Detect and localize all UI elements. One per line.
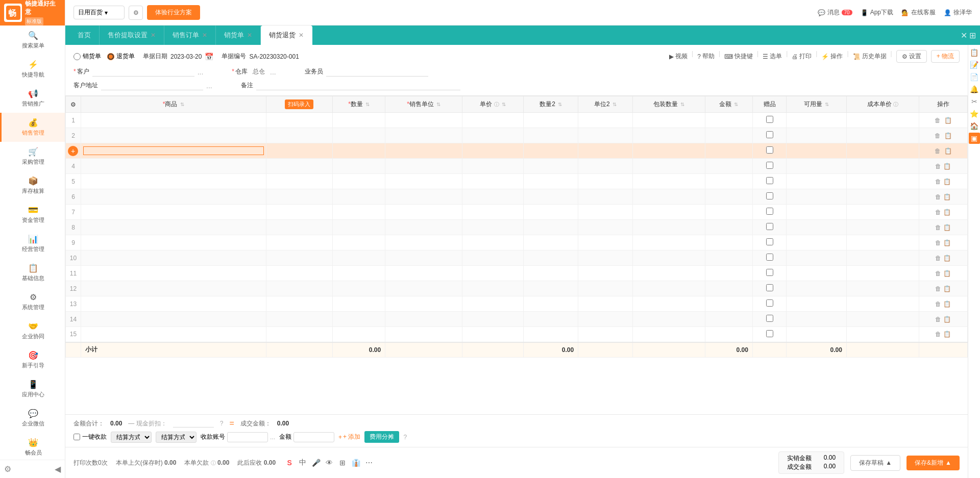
calc-select[interactable]: 结算方式: [156, 432, 197, 443]
sort-product[interactable]: ⇅: [180, 102, 184, 107]
radio-sales-input[interactable]: [74, 53, 81, 60]
scan-btn[interactable]: 扫码录入: [285, 99, 313, 109]
question2-icon[interactable]: ?: [403, 434, 407, 441]
note-input[interactable]: [256, 81, 460, 90]
copy-row-12[interactable]: 📋: [943, 285, 951, 292]
right-sidebar-btn-6[interactable]: ⭐: [969, 108, 980, 119]
account-input[interactable]: [227, 432, 268, 442]
sort-price[interactable]: ⇅: [502, 102, 506, 107]
delete-row-8[interactable]: 🗑: [935, 224, 941, 231]
sidebar-item-basic[interactable]: 📋 基础信息: [0, 258, 65, 287]
gift-checkbox-7[interactable]: [766, 208, 773, 215]
gift-checkbox-14[interactable]: [766, 315, 773, 322]
col-gear[interactable]: ⚙: [66, 96, 81, 113]
sort-pack[interactable]: ⇅: [680, 102, 684, 107]
customer-address-input[interactable]: [101, 81, 203, 90]
gift-checkbox-1[interactable]: [766, 116, 773, 123]
gift-checkbox-3[interactable]: [766, 146, 773, 154]
delete-row-1[interactable]: 🗑: [935, 117, 941, 124]
experience-btn[interactable]: 体验行业方案: [147, 5, 200, 20]
calendar-icon[interactable]: 📅: [205, 53, 213, 61]
question-icon[interactable]: ?: [220, 420, 224, 427]
toolbar-shortcut[interactable]: ⌨ 快捷键: [724, 50, 753, 63]
sort-unit2[interactable]: ⇅: [612, 102, 617, 107]
sidebar-item-apps[interactable]: 📱 应用中心: [0, 374, 65, 404]
toolbar-operate[interactable]: ⚡ 操作: [821, 50, 843, 63]
delete-row-2[interactable]: 🗑: [935, 132, 941, 139]
copy-row-2[interactable]: 📋: [944, 132, 952, 139]
department-select[interactable]: 日用百货 ▾: [74, 6, 125, 19]
copy-row-5[interactable]: 📋: [943, 178, 951, 185]
toolbar-help[interactable]: ? 帮助: [697, 50, 715, 63]
gift-checkbox-15[interactable]: [766, 330, 773, 337]
copy-row-14[interactable]: 📋: [943, 316, 951, 323]
delete-row-12[interactable]: 🗑: [935, 285, 941, 292]
tab-close-return[interactable]: ✕: [299, 32, 304, 39]
radio-return[interactable]: 退货单: [107, 52, 135, 61]
delete-row-9[interactable]: 🗑: [935, 239, 941, 246]
sort-available[interactable]: ⇅: [825, 102, 829, 107]
tab-price-setting[interactable]: 售价提取设置 ✕: [100, 26, 164, 45]
add-payment-btn[interactable]: + + 添加: [338, 433, 360, 441]
toolbar-select[interactable]: ☰ 选单: [763, 50, 782, 63]
settlement-select[interactable]: 结算方式: [111, 432, 152, 443]
right-sidebar-btn-2[interactable]: 📝: [969, 59, 980, 70]
copy-row-1[interactable]: 📋: [944, 117, 952, 124]
toolbar-video[interactable]: ▶ 视频: [669, 50, 688, 63]
delete-row-6[interactable]: 🗑: [935, 193, 941, 200]
tab-home[interactable]: 首页: [69, 26, 100, 45]
tab-close-btn[interactable]: ✕: [961, 31, 967, 40]
save-new-btn[interactable]: 保存&新增 ▲: [906, 456, 960, 470]
sidebar-item-enterprise[interactable]: 🤝 企业协同: [0, 316, 65, 345]
sidebar-item-inventory[interactable]: 📦 库存核算: [0, 171, 65, 200]
sort-qty2[interactable]: ⇅: [558, 102, 562, 107]
warehouse-select-btn[interactable]: ...: [270, 68, 276, 76]
salesperson-input[interactable]: [326, 67, 428, 77]
sidebar-item-marketing[interactable]: 📢 营销推广: [0, 84, 65, 113]
right-sidebar-btn-1[interactable]: 📋: [969, 47, 980, 58]
online-service-btn[interactable]: 💁 在线客服: [901, 8, 936, 17]
gift-checkbox-4[interactable]: [766, 162, 773, 169]
tab-sales-delivery[interactable]: 销货单 ✕: [216, 26, 261, 45]
copy-row-13[interactable]: 📋: [943, 300, 951, 308]
sort-unit[interactable]: ⇅: [436, 102, 440, 107]
account-select-btn[interactable]: ...: [270, 434, 275, 441]
tab-close-delivery[interactable]: ✕: [247, 32, 252, 39]
gift-checkbox-13[interactable]: [766, 299, 773, 307]
product-input-3[interactable]: [83, 146, 264, 155]
copy-row-15[interactable]: 📋: [943, 331, 951, 338]
sidebar-item-sales[interactable]: 💰 销售管理: [0, 113, 65, 142]
right-sidebar-btn-3[interactable]: 📄: [969, 71, 980, 83]
sidebar-item-search[interactable]: 🔍 搜索菜单: [0, 26, 65, 55]
app-download-btn[interactable]: 📱 App下载: [861, 8, 893, 17]
sort-qty[interactable]: ⇅: [365, 102, 370, 107]
gift-checkbox-9[interactable]: [766, 238, 773, 245]
payment-amount-input[interactable]: [293, 432, 334, 442]
settings-bottom-btn[interactable]: ⚙: [4, 464, 11, 474]
copy-row-11[interactable]: 📋: [943, 270, 951, 277]
add-row-btn[interactable]: +: [68, 146, 78, 156]
copy-row-7[interactable]: 📋: [943, 209, 951, 216]
sidebar-item-wechat[interactable]: 💬 企业微信: [0, 404, 65, 433]
customer-input[interactable]: [92, 67, 194, 77]
sidebar-item-shortcut[interactable]: ⚡ 快捷导航: [0, 55, 65, 84]
logistics-btn[interactable]: + 物流: [931, 50, 960, 63]
sidebar-item-finance[interactable]: 💳 资金管理: [0, 200, 65, 229]
copy-row-9[interactable]: 📋: [943, 239, 951, 246]
topbar-gear-btn[interactable]: ⚙: [129, 6, 143, 20]
right-sidebar-btn-5[interactable]: ✂: [969, 96, 980, 107]
sidebar-item-operations[interactable]: 📊 经营管理: [0, 229, 65, 258]
toolbar-print[interactable]: 🖨 打印: [792, 50, 812, 63]
copy-row-10[interactable]: 📋: [943, 255, 951, 262]
copy-row-3[interactable]: 📋: [944, 147, 952, 155]
gift-checkbox-2[interactable]: [766, 131, 773, 138]
copy-row-8[interactable]: 📋: [943, 224, 951, 231]
save-draft-btn[interactable]: 保存草稿 ▲: [850, 455, 900, 471]
gift-checkbox-11[interactable]: [766, 269, 773, 276]
gift-checkbox-10[interactable]: [766, 254, 773, 261]
tab-expand-btn[interactable]: ⊞: [969, 31, 976, 40]
right-sidebar-btn-7[interactable]: 🏠: [969, 120, 980, 132]
address-select-btn[interactable]: ...: [206, 82, 212, 90]
discount-input[interactable]: [173, 420, 214, 427]
right-sidebar-btn-8[interactable]: ▣: [969, 133, 980, 144]
